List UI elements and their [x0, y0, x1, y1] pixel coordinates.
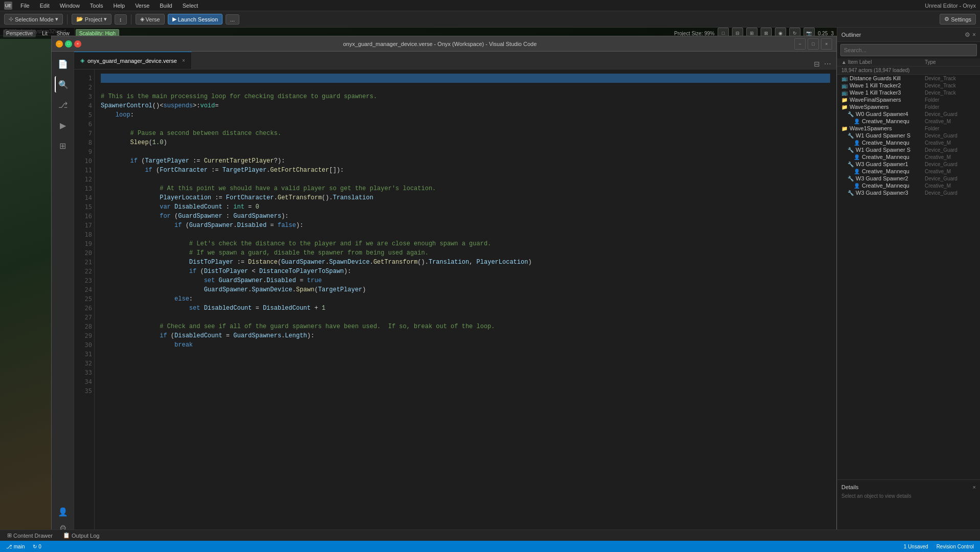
item-icon-11: 👤: [854, 154, 860, 160]
outliner-item-13[interactable]: 👤 Creative_Mannequ Creative_M: [837, 168, 980, 175]
outliner-item-15[interactable]: 👤 Creative_Mannequ Creative_M: [837, 182, 980, 189]
activity-run[interactable]: ▶: [55, 117, 71, 133]
status-right: 1 Unsaved Revision Control: [902, 544, 976, 549]
menu-item-help[interactable]: Help: [112, 2, 127, 10]
selection-mode-button[interactable]: ⊹ Selection Mode ▾: [4, 14, 63, 25]
tab-close-button[interactable]: ×: [182, 58, 185, 63]
item-name-11: Creative_Mannequ: [862, 154, 923, 160]
item-icon-14: 🔧: [848, 176, 854, 181]
outliner-item-1[interactable]: 📺 Wave 1 Kill Tracker2 Device_Track: [837, 82, 980, 89]
item-icon-5: 🔧: [848, 111, 854, 117]
revision-control-button[interactable]: Revision Control: [934, 544, 976, 549]
col-label: ▲ Item Label: [841, 59, 925, 65]
activity-extensions[interactable]: ⊞: [55, 137, 71, 154]
outliner-item-11[interactable]: 👤 Creative_Mannequ Creative_M: [837, 153, 980, 160]
outliner-item-12[interactable]: 🔧 W3 Guard Spawner1 Device_Guard: [837, 160, 980, 168]
git-branch[interactable]: ⎇ main: [4, 544, 27, 549]
item-type-13: Creative_M: [925, 169, 976, 174]
item-type-14: Device_Guard: [925, 176, 976, 181]
verse-button[interactable]: ◈ Verse: [136, 14, 165, 25]
menu-item-edit[interactable]: Edit: [38, 2, 52, 10]
lit-tab[interactable]: Lit: [39, 30, 51, 37]
outliner-item-7[interactable]: 📁 Wave1Spawners Folder: [837, 125, 980, 132]
item-name-16: W3 Guard Spawner3: [856, 190, 923, 196]
output-log-button[interactable]: 📋 Output Log: [60, 531, 102, 540]
transform-icon: ↕: [119, 16, 122, 22]
window-close-button[interactable]: ×: [74, 40, 81, 48]
outliner-item-16[interactable]: 🔧 W3 Guard Spawner3 Device_Guard: [837, 189, 980, 196]
item-name-2: Wave 1 Kill Tracker3: [850, 89, 923, 96]
outliner-item-9[interactable]: 👤 Creative_Mannequ Creative_M: [837, 139, 980, 146]
item-name-10: W1 Guard Spawner S: [856, 147, 923, 153]
vscode-body: 📄 🔍 ⎇ ▶ ⊞ 👤 ⚙ ◈ onyx_guard_mana: [52, 52, 836, 540]
activity-explorer[interactable]: 📄: [55, 56, 71, 72]
window-maximize-button[interactable]: □: [65, 40, 72, 48]
item-type-2: Device_Track: [925, 90, 976, 96]
outliner-item-14[interactable]: 🔧 W3 Guard Spawner2 Device_Guard: [837, 175, 980, 182]
item-type-8: Device_Guard: [925, 133, 976, 139]
window-minimize-button[interactable]: −: [56, 40, 63, 48]
item-icon-10: 🔧: [848, 147, 854, 153]
settings-button[interactable]: ⚙ Settings: [940, 14, 976, 25]
outliner-item-4[interactable]: 📁 WaveSpawners Folder: [837, 103, 980, 110]
details-close-button[interactable]: ×: [973, 484, 976, 490]
code-editor-text[interactable]: # This is the main processing loop for c…: [95, 70, 836, 540]
menu-item-select[interactable]: Select: [181, 2, 201, 10]
vscode-min-btn[interactable]: −: [794, 38, 806, 50]
outliner-item-0[interactable]: 📺 Distance Guards Kill Device_Track: [837, 75, 980, 82]
content-drawer-button[interactable]: ⊞ Content Drawer: [4, 531, 56, 540]
more-options-button[interactable]: ...: [226, 14, 239, 25]
outliner-settings-icon[interactable]: ⚙: [965, 31, 970, 38]
outliner-search-input[interactable]: [840, 44, 977, 56]
settings-icon: ⚙: [944, 16, 949, 22]
menu-item-window[interactable]: Window: [58, 2, 82, 10]
activity-search[interactable]: 🔍: [55, 76, 71, 93]
more-actions-button[interactable]: ⋯: [823, 59, 832, 69]
item-type-10: Device_Guard: [925, 147, 976, 153]
outliner-item-2[interactable]: 📺 Wave 1 Kill Tracker3 Device_Track: [837, 89, 980, 96]
item-type-0: Device_Track: [925, 76, 976, 81]
item-name-9: Creative_Mannequ: [862, 140, 923, 146]
item-icon-6: 👤: [854, 119, 860, 124]
sync-status[interactable]: ↻ 0: [31, 544, 43, 549]
menu-item-build[interactable]: Build: [158, 2, 174, 10]
activity-source-control[interactable]: ⎇: [55, 97, 71, 113]
vscode-close-btn[interactable]: ×: [821, 38, 832, 50]
outliner-item-10[interactable]: 🔧 W1 Guard Spawner S Device_Guard: [837, 146, 980, 153]
outliner-item-6[interactable]: 👤 Creative_Mannequ Creative_M: [837, 118, 980, 125]
outliner-close-icon[interactable]: ×: [972, 31, 976, 38]
item-type-16: Device_Guard: [925, 190, 976, 196]
unsaved-indicator[interactable]: 1 Unsaved: [902, 544, 930, 549]
menu-item-verse[interactable]: Verse: [133, 2, 151, 10]
item-type-6: Creative_M: [925, 119, 976, 124]
active-tab[interactable]: ◈ onyx_guard_manager_device.verse ×: [74, 52, 192, 69]
item-icon-1: 📺: [841, 83, 848, 88]
item-name-8: W1 Guard Spawner S: [856, 132, 923, 139]
viewport[interactable]: Perspective Lit Show Scalability: High P…: [0, 28, 837, 541]
vscode-titlebar: − □ × onyx_guard_manager_device.verse - …: [52, 36, 836, 52]
menu-item-file[interactable]: File: [18, 2, 32, 10]
outliner-item-5[interactable]: 🔧 W0 Guard Spawner4 Device_Guard: [837, 110, 980, 118]
menu-item-tools[interactable]: Tools: [88, 2, 105, 10]
separator-2: [131, 14, 131, 25]
outliner-item-3[interactable]: 📁 WaveFinalSpawners Folder: [837, 96, 980, 103]
transform-button[interactable]: ↕: [115, 14, 127, 25]
launch-session-button[interactable]: ▶ Launch Session: [168, 14, 222, 25]
item-icon-0: 📺: [841, 76, 848, 81]
view-val: 3: [831, 31, 834, 36]
outliner-item-8[interactable]: 🔧 W1 Guard Spawner S Device_Guard: [837, 132, 980, 139]
outliner-title: Outliner: [841, 32, 963, 38]
split-editor-button[interactable]: ⊟: [813, 59, 821, 69]
perspective-tab[interactable]: Perspective: [3, 30, 36, 37]
project-button[interactable]: 📂 Project ▾: [72, 14, 112, 25]
item-name-4: WaveSpawners: [850, 104, 923, 110]
item-icon-15: 👤: [854, 183, 860, 189]
vscode-restore-btn[interactable]: □: [808, 38, 819, 50]
activity-account[interactable]: 👤: [55, 503, 71, 520]
item-type-11: Creative_M: [925, 154, 976, 160]
item-type-15: Creative_M: [925, 183, 976, 189]
more-icon: ...: [230, 16, 235, 22]
item-icon-8: 🔧: [848, 133, 854, 139]
project-size-label: Project Size: 99%: [674, 31, 715, 36]
code-content[interactable]: 12345 678910 1112131415 1617181920 21222…: [74, 70, 836, 540]
